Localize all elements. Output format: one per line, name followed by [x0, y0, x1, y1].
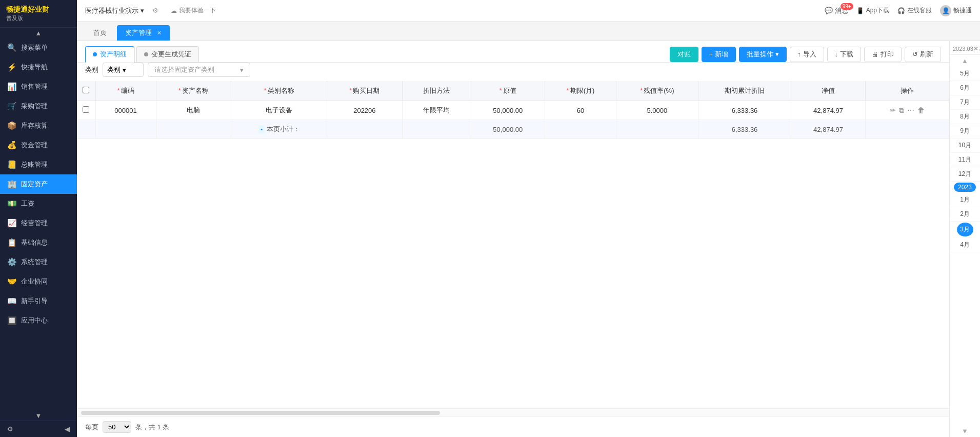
th-purchase-date: *购买日期: [327, 81, 403, 101]
panel-month-prev-10月[interactable]: 10月: [950, 138, 980, 153]
sidebar-item-label-purchase: 采购管理: [21, 102, 48, 111]
category-input-arrow: ▾: [240, 66, 244, 74]
sidebar-item-salary[interactable]: 💵工资: [0, 194, 77, 213]
mobile-icon: 📱: [856, 7, 864, 14]
subtotal-accumulated: 6,333.36: [698, 120, 791, 139]
per-page-select[interactable]: 50 100 200: [103, 421, 131, 433]
service-label: 在线客服: [907, 6, 932, 15]
operation-icon: 📈: [7, 218, 17, 228]
panel-month-4月[interactable]: 4月: [950, 238, 980, 252]
user-name: 畅捷通: [953, 6, 972, 15]
th-code: *编码: [95, 81, 156, 101]
print-button[interactable]: 🖨 打印: [864, 47, 902, 62]
online-service-button[interactable]: 🎧 在线客服: [897, 6, 932, 15]
sidebar-item-system[interactable]: ⚙️系统管理: [0, 252, 77, 272]
row-checkbox-input-0[interactable]: [83, 106, 89, 113]
message-button[interactable]: 💬 消息 99+: [825, 6, 848, 15]
export-button[interactable]: ↑ 导入: [790, 47, 824, 62]
sidebar-item-inventory[interactable]: 📦库存核算: [0, 116, 77, 135]
sidebar-item-ledger[interactable]: 📒总账管理: [0, 155, 77, 174]
panel-month-prev-8月[interactable]: 8月: [950, 110, 980, 124]
cloud-icon: ☁: [171, 7, 177, 14]
logo-title: 畅捷通好业财: [6, 5, 71, 14]
purchase-icon: 🛒: [7, 102, 17, 111]
row-code-0: 000001: [95, 101, 156, 120]
sidebar-item-basic-info[interactable]: 📋基础信息: [0, 233, 77, 252]
sub-tab-voucher[interactable]: 变更生成凭证: [136, 46, 199, 62]
sub-tab-asset-detail[interactable]: 资产明细: [85, 46, 134, 63]
sidebar-item-label-guide: 新手引导: [21, 296, 48, 306]
sidebar-item-fixed-assets[interactable]: 🏢固定资产: [0, 174, 77, 194]
edit-icon-0[interactable]: ✏: [890, 106, 896, 115]
sidebar-item-purchase[interactable]: 🛒采购管理: [0, 96, 77, 116]
category-input[interactable]: 请选择固定资产类别 ▾: [148, 63, 250, 77]
collapse-icon[interactable]: ◀: [65, 425, 70, 433]
topbar-trial[interactable]: ☁ 我要体验一下: [171, 6, 216, 15]
sidebar-item-finance[interactable]: 💰资金管理: [0, 135, 77, 155]
subtotal-row: ▪ 本页小计： 50,000.00 6,333.36 42,874.97: [77, 120, 949, 139]
panel-month-1月[interactable]: 1月: [950, 193, 980, 207]
category-select-label: 类别: [107, 65, 121, 74]
sidebar-item-guide[interactable]: 📖新手引导: [0, 291, 77, 311]
panel-month-prev-5月[interactable]: 5月: [950, 67, 980, 81]
batch-arrow-icon: ▾: [775, 50, 779, 58]
select-all-checkbox[interactable]: [83, 87, 89, 93]
tab-close-icon[interactable]: ✕: [157, 30, 162, 36]
category-input-placeholder: 请选择固定资产类别: [154, 65, 214, 74]
sidebar-scroll-up[interactable]: ▲: [0, 28, 77, 38]
panel-close-icon[interactable]: ✕: [973, 45, 978, 52]
sidebar-item-sales[interactable]: 📊销售管理: [0, 77, 77, 96]
asset-table: *编码 *资产名称 *类别名称 *购买日期 折旧方法 *原值 *期限(月) *残…: [77, 81, 949, 139]
panel-month-prev-7月[interactable]: 7月: [950, 95, 980, 110]
sidebar-scroll-down[interactable]: ▼: [0, 410, 77, 421]
row-checkbox-0[interactable]: [77, 101, 95, 120]
row-actions-0: ✏ ⧉ ⋯ 🗑: [865, 101, 949, 120]
batch-button[interactable]: 批量操作 ▾: [739, 47, 787, 62]
category-select[interactable]: 类别 ▾: [103, 63, 144, 77]
sidebar-item-label-app-center: 应用中心: [21, 316, 48, 325]
topbar-gear-icon[interactable]: ⚙: [152, 7, 158, 14]
more-icon-0[interactable]: ⋯: [907, 106, 914, 115]
copy-icon-0[interactable]: ⧉: [899, 106, 904, 115]
user-menu[interactable]: 👤 畅捷通: [940, 5, 972, 16]
settings-icon[interactable]: ⚙: [7, 425, 13, 433]
delete-icon-0[interactable]: 🗑: [917, 106, 925, 115]
app-download-button[interactable]: 📱 App下载: [856, 6, 889, 15]
tab-asset-management[interactable]: 资产管理 ✕: [117, 25, 170, 41]
refresh-button[interactable]: ↺ 刷新: [905, 47, 941, 62]
panel-month-2月[interactable]: 2月: [950, 207, 980, 222]
cooperation-icon: 🤝: [7, 277, 17, 286]
panel-scroll-down[interactable]: ▼: [950, 425, 980, 437]
panel-month-prev-11月[interactable]: 11月: [950, 153, 980, 167]
panel-month-prev-12月[interactable]: 12月: [950, 167, 980, 182]
refresh-icon: ↺: [912, 50, 918, 58]
sidebar-item-search[interactable]: 🔍搜索菜单: [0, 38, 77, 57]
company-selector[interactable]: 医疗器械行业演示 ▾: [85, 6, 144, 15]
sub-tab-dot-gray: [144, 52, 148, 56]
app-label: App下载: [866, 6, 889, 15]
panel-scroll-up[interactable]: ▲: [950, 55, 980, 67]
row-name-0: 电脑: [156, 101, 231, 120]
sidebar-item-label-inventory: 库存核算: [21, 121, 48, 130]
panel-month-3月[interactable]: 3月: [957, 223, 973, 237]
th-category: *类别名称: [231, 81, 327, 101]
sidebar-item-operation[interactable]: 📈经营管理: [0, 213, 77, 233]
sidebar-item-app-center[interactable]: 🔲应用中心: [0, 311, 77, 330]
scrollbar-area: [77, 408, 949, 416]
toolbar: 对账 + 新增 批量操作 ▾ ↑ 导入 ↓ 下载: [670, 47, 941, 62]
export-icon: ↑: [797, 50, 801, 58]
sidebar-item-quick-nav[interactable]: ⚡快捷导航: [0, 57, 77, 77]
asset-table-wrap: *编码 *资产名称 *类别名称 *购买日期 折旧方法 *原值 *期限(月) *残…: [77, 81, 949, 408]
inventory-icon: 📦: [7, 121, 17, 130]
download-button[interactable]: ↓ 下载: [827, 47, 862, 62]
panel-month-prev-6月[interactable]: 6月: [950, 81, 980, 95]
panel-month-prev-9月[interactable]: 9月: [950, 124, 980, 138]
reconcile-button[interactable]: 对账: [670, 47, 698, 62]
sidebar-item-label-cooperation: 企业协同: [21, 277, 48, 286]
horizontal-scrollbar[interactable]: [81, 411, 440, 415]
sidebar-item-label-search: 搜索菜单: [21, 43, 48, 52]
tab-home[interactable]: 首页: [85, 25, 115, 41]
sidebar-item-label-salary: 工资: [21, 199, 34, 208]
new-button[interactable]: + 新增: [702, 47, 736, 62]
sidebar-item-cooperation[interactable]: 🤝企业协同: [0, 272, 77, 291]
